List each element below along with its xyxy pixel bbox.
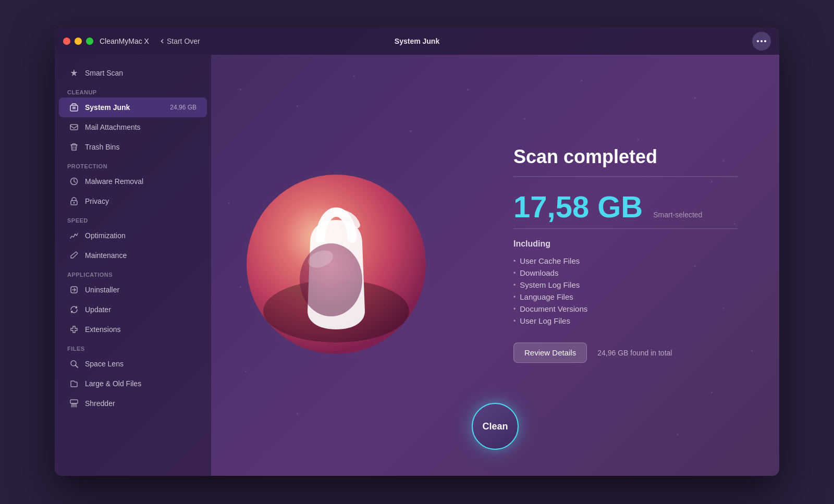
list-item: User Log Files bbox=[513, 315, 738, 327]
mail-attachments-label: Mail Attachments bbox=[85, 123, 141, 131]
optimization-icon bbox=[69, 231, 79, 240]
title-bar: CleanMyMac X Start Over System Junk bbox=[55, 28, 779, 55]
svg-point-4 bbox=[73, 202, 75, 204]
trash-icon bbox=[69, 142, 79, 152]
menu-dot-3 bbox=[764, 40, 766, 42]
system-junk-size: 24,96 GB bbox=[170, 104, 197, 111]
space-lens-icon bbox=[69, 359, 79, 368]
privacy-icon bbox=[69, 196, 79, 206]
maintenance-label: Maintenance bbox=[85, 251, 127, 260]
sidebar-item-maintenance[interactable]: Maintenance bbox=[59, 245, 207, 265]
maximize-button[interactable] bbox=[86, 38, 93, 45]
mail-icon bbox=[69, 122, 79, 132]
chevron-left-icon bbox=[160, 39, 165, 44]
updater-label: Updater bbox=[85, 305, 111, 314]
malware-icon bbox=[69, 177, 79, 186]
app-icon bbox=[237, 165, 435, 363]
back-label: Start Over bbox=[167, 37, 200, 45]
clean-button[interactable]: Clean bbox=[472, 403, 519, 450]
sidebar-item-mail-attachments[interactable]: Mail Attachments bbox=[59, 117, 207, 137]
app-icon-container bbox=[237, 165, 435, 365]
svg-rect-7 bbox=[70, 400, 78, 403]
sidebar-item-system-junk[interactable]: System Junk 24,96 GB bbox=[59, 97, 207, 117]
large-old-files-label: Large & Old Files bbox=[85, 379, 141, 388]
updater-icon bbox=[69, 305, 79, 314]
divider-2 bbox=[513, 228, 738, 229]
sidebar-item-updater[interactable]: Updater bbox=[59, 300, 207, 319]
smart-scan-label: Smart Scan bbox=[85, 69, 123, 77]
found-total-label: 24,96 GB found in total bbox=[597, 349, 672, 357]
maintenance-icon bbox=[69, 251, 79, 260]
scan-size-row: 17,58 GB Smart-selected bbox=[513, 189, 738, 224]
scan-size: 17,58 GB bbox=[513, 189, 643, 224]
large-old-files-icon bbox=[69, 379, 79, 388]
sidebar-item-smart-scan[interactable]: Smart Scan bbox=[59, 63, 207, 83]
list-item: Downloads bbox=[513, 267, 738, 279]
list-item: Document Versions bbox=[513, 303, 738, 315]
system-junk-icon bbox=[69, 103, 79, 112]
space-lens-label: Space Lens bbox=[85, 360, 124, 368]
uninstaller-icon bbox=[69, 285, 79, 294]
optimization-label: Optimization bbox=[85, 231, 126, 240]
divider-1 bbox=[513, 176, 738, 177]
sidebar-item-large-old-files[interactable]: Large & Old Files bbox=[59, 374, 207, 394]
menu-dot-1 bbox=[757, 40, 759, 42]
close-button[interactable] bbox=[63, 38, 70, 45]
review-details-button[interactable]: Review Details bbox=[513, 342, 587, 363]
uninstaller-label: Uninstaller bbox=[85, 286, 119, 294]
list-item: Language Files bbox=[513, 291, 738, 303]
minimize-button[interactable] bbox=[75, 38, 82, 45]
section-label-protection: Protection bbox=[55, 157, 211, 171]
sidebar-item-trash-bins[interactable]: Trash Bins bbox=[59, 137, 207, 157]
right-panel: Scan completed 17,58 GB Smart-selected I… bbox=[211, 55, 779, 476]
smart-selected-label: Smart-selected bbox=[653, 211, 702, 219]
app-title: CleanMyMac X bbox=[100, 37, 149, 45]
including-label: Including bbox=[513, 239, 738, 249]
traffic-lights bbox=[63, 38, 93, 45]
sidebar: Smart Scan Cleanup System Junk 24,96 GB bbox=[55, 55, 211, 476]
list-item: User Cache Files bbox=[513, 255, 738, 267]
window-section-title: System Junk bbox=[395, 37, 439, 45]
sidebar-item-extensions[interactable]: Extensions bbox=[59, 319, 207, 339]
menu-dot-2 bbox=[761, 40, 763, 42]
section-label-files: Files bbox=[55, 339, 211, 354]
sidebar-item-uninstaller[interactable]: Uninstaller bbox=[59, 280, 207, 300]
list-item: System Log Files bbox=[513, 279, 738, 291]
main-content: Smart Scan Cleanup System Junk 24,96 GB bbox=[55, 55, 779, 476]
malware-removal-label: Malware Removal bbox=[85, 177, 143, 186]
sidebar-item-malware-removal[interactable]: Malware Removal bbox=[59, 171, 207, 191]
app-window: CleanMyMac X Start Over System Junk bbox=[55, 28, 779, 476]
extensions-icon bbox=[69, 325, 79, 334]
sidebar-item-privacy[interactable]: Privacy bbox=[59, 191, 207, 211]
section-label-speed: Speed bbox=[55, 211, 211, 226]
scan-results: Scan completed 17,58 GB Smart-selected I… bbox=[513, 146, 738, 363]
sidebar-item-optimization[interactable]: Optimization bbox=[59, 226, 207, 245]
sidebar-item-shredder[interactable]: Shredder bbox=[59, 394, 207, 413]
section-label-cleanup: Cleanup bbox=[55, 83, 211, 97]
menu-button[interactable] bbox=[752, 32, 771, 51]
clean-button-container: Clean bbox=[472, 403, 519, 450]
back-button[interactable]: Start Over bbox=[160, 37, 200, 45]
file-list: User Cache Files Downloads System Log Fi… bbox=[513, 255, 738, 327]
shredder-label: Shredder bbox=[85, 399, 115, 408]
system-junk-label: System Junk bbox=[85, 103, 130, 112]
scan-completed-title: Scan completed bbox=[513, 146, 738, 168]
actions-row: Review Details 24,96 GB found in total bbox=[513, 342, 738, 363]
privacy-label: Privacy bbox=[85, 197, 109, 205]
svg-rect-1 bbox=[70, 125, 78, 130]
section-label-applications: Applications bbox=[55, 265, 211, 280]
trash-bins-label: Trash Bins bbox=[85, 143, 119, 151]
extensions-label: Extensions bbox=[85, 325, 120, 334]
sidebar-item-space-lens[interactable]: Space Lens bbox=[59, 354, 207, 374]
shredder-icon bbox=[69, 399, 79, 408]
smart-scan-icon bbox=[69, 68, 79, 78]
